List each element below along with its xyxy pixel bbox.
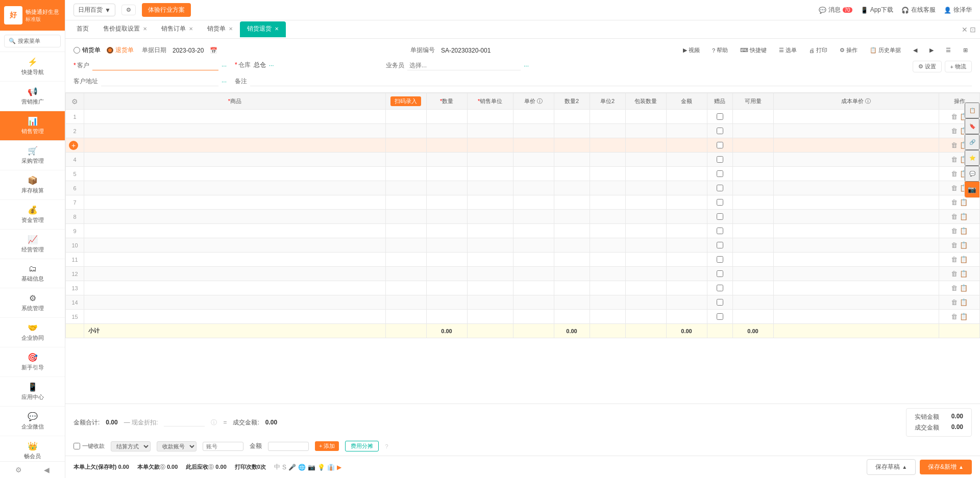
quick-flag-button[interactable]: 🔖	[965, 118, 979, 134]
customer-input[interactable]	[92, 61, 218, 70]
fee-split-button[interactable]: 费用分摊	[345, 441, 379, 451]
help-button[interactable]: ? 帮助	[708, 45, 732, 56]
gift-checkbox-15[interactable]	[717, 313, 723, 320]
delete-row-15[interactable]: 🗑	[951, 313, 958, 320]
gift-checkbox-4[interactable]	[717, 156, 723, 163]
account-method-select[interactable]: 收款账号	[157, 441, 197, 451]
nav-next-button[interactable]: ▶	[925, 45, 938, 55]
scan-input-button[interactable]: 扫码录入	[390, 96, 421, 106]
tab-price-setting[interactable]: 售价提取设置 ✕	[96, 21, 154, 37]
close-tab-button[interactable]: ✕	[962, 26, 968, 34]
sidebar-item-quick-nav[interactable]: ⚡ 快捷导航	[0, 52, 65, 82]
tab-close-sales-delivery[interactable]: ✕	[229, 26, 233, 32]
quick-camera-button[interactable]: 📷	[965, 182, 979, 197]
breadcrumb-selector[interactable]: 日用百货 ▼	[74, 4, 115, 16]
one-click-payment-checkbox[interactable]	[74, 443, 80, 449]
sidebar-item-marketing[interactable]: 📢 营销推广	[0, 82, 65, 111]
gift-checkbox-9[interactable]	[717, 228, 723, 234]
video-button[interactable]: ▶ 视频	[679, 45, 704, 56]
message-button[interactable]: 💬 消息 70	[819, 6, 852, 14]
sidebar-item-system[interactable]: ⚙ 系统管理	[0, 288, 65, 318]
gift-checkbox-7[interactable]	[717, 199, 723, 206]
tab-sales-order[interactable]: 销售订单 ✕	[154, 21, 200, 37]
copy-row-14[interactable]: 📋	[960, 298, 968, 306]
delete-row-13[interactable]: 🗑	[951, 284, 958, 292]
copy-row-11[interactable]: 📋	[960, 256, 968, 263]
copy-row-8[interactable]: 📋	[960, 213, 968, 220]
sidebar-item-inventory[interactable]: 📦 库存核算	[0, 170, 65, 200]
select-order-button[interactable]: ☰ 选单	[775, 45, 801, 56]
delete-row-5[interactable]: 🗑	[951, 170, 958, 178]
delete-row-6[interactable]: 🗑	[951, 184, 958, 192]
copy-row-15[interactable]: 📋	[960, 313, 968, 320]
search-menu-button[interactable]: 🔍 搜索菜单	[4, 35, 61, 47]
copy-row-12[interactable]: 📋	[960, 270, 968, 278]
tab-sales-return[interactable]: 销货退货 ✕	[240, 21, 286, 37]
sidebar-item-guide[interactable]: 🎯 新手引导	[0, 347, 65, 377]
sidebar-item-apps[interactable]: 📱 应用中心	[0, 377, 65, 407]
delete-row-8[interactable]: 🗑	[951, 213, 958, 220]
add-row-button[interactable]: +	[69, 141, 78, 150]
trial-button[interactable]: 体验行业方案	[142, 3, 191, 17]
sidebar-item-member[interactable]: 👑 畅会员	[0, 436, 65, 461]
radio-sales-return[interactable]: 退货单	[107, 46, 134, 55]
quick-star-button[interactable]: ⭐	[965, 150, 979, 166]
delete-row-3-button[interactable]: 🗑	[951, 141, 958, 149]
card-view-button[interactable]: ⊞	[959, 45, 972, 55]
quick-note-button[interactable]: 📋	[965, 103, 979, 118]
payment-amount-input[interactable]	[268, 442, 309, 451]
delete-row-10[interactable]: 🗑	[951, 241, 958, 249]
gift-checkbox-1[interactable]	[717, 113, 723, 120]
delete-row-1-button[interactable]: 🗑	[951, 113, 958, 120]
copy-row-13[interactable]: 📋	[960, 284, 968, 292]
tab-close-sales-order[interactable]: ✕	[189, 26, 193, 32]
sidebar-item-wechat[interactable]: 💬 企业微信	[0, 407, 65, 436]
salesperson-select-button[interactable]: ···	[524, 62, 529, 69]
grid-view-button[interactable]: ☰	[942, 45, 955, 55]
print-button[interactable]: 🖨 打印	[805, 45, 831, 56]
gift-checkbox-6[interactable]	[717, 185, 723, 191]
gift-checkbox-12[interactable]	[717, 270, 723, 277]
quick-chat-button[interactable]: 💬	[965, 166, 979, 182]
user-profile-button[interactable]: 👤 徐泽华	[944, 6, 972, 14]
gift-checkbox-13[interactable]	[717, 285, 723, 291]
sidebar-item-operations[interactable]: 📈 经营管理	[0, 230, 65, 259]
online-service-button[interactable]: 🎧 在线客服	[901, 6, 936, 14]
sidebar-item-basics[interactable]: 🗂 基础信息	[0, 259, 65, 288]
gift-checkbox-10[interactable]	[717, 242, 723, 248]
sidebar-item-sales[interactable]: 📊 销售管理	[0, 111, 65, 141]
tab-home[interactable]: 首页	[69, 21, 96, 37]
column-settings-button[interactable]: ⚙	[71, 97, 78, 106]
copy-row-10[interactable]: 📋	[960, 241, 968, 249]
gift-checkbox-8[interactable]	[717, 213, 723, 220]
discount-input[interactable]	[164, 419, 205, 426]
copy-row-9[interactable]: 📋	[960, 227, 968, 235]
history-orders-button[interactable]: 📋 历史单据	[866, 45, 905, 56]
product-input-3[interactable]	[87, 141, 382, 149]
app-download-button[interactable]: 📱 App下载	[861, 6, 893, 14]
customer-select-button[interactable]: ···	[222, 62, 227, 69]
gift-checkbox-5[interactable]	[717, 170, 723, 177]
form-settings-button[interactable]: ⚙ 设置	[913, 61, 942, 72]
delete-row-12[interactable]: 🗑	[951, 270, 958, 278]
sidebar-collapse-button[interactable]: ◀	[44, 466, 50, 474]
gift-checkbox-11[interactable]	[717, 256, 723, 263]
gift-checkbox-3[interactable]	[717, 142, 723, 148]
warehouse-select-button[interactable]: ···	[269, 62, 274, 69]
tab-sales-delivery[interactable]: 销货单 ✕	[200, 21, 240, 37]
delete-row-11[interactable]: 🗑	[951, 256, 958, 263]
gift-checkbox-2[interactable]	[717, 128, 723, 134]
gift-checkbox-14[interactable]	[717, 299, 723, 306]
delete-row-2-button[interactable]: 🗑	[951, 127, 958, 135]
copy-row-7[interactable]: 📋	[960, 198, 968, 206]
account-input[interactable]	[203, 442, 243, 451]
calendar-icon[interactable]: 📅	[210, 47, 217, 54]
remark-input[interactable]	[250, 77, 972, 86]
save-draft-button[interactable]: 保存草稿 ▲	[867, 459, 916, 475]
sidebar-item-collab[interactable]: 🤝 企业协同	[0, 318, 65, 347]
add-payment-button[interactable]: + 添加	[315, 441, 339, 451]
delete-row-9[interactable]: 🗑	[951, 227, 958, 235]
gear-icon-button[interactable]: ⚙	[121, 5, 136, 15]
delete-row-4[interactable]: 🗑	[951, 156, 958, 163]
address-select-button[interactable]: ···	[222, 78, 227, 85]
